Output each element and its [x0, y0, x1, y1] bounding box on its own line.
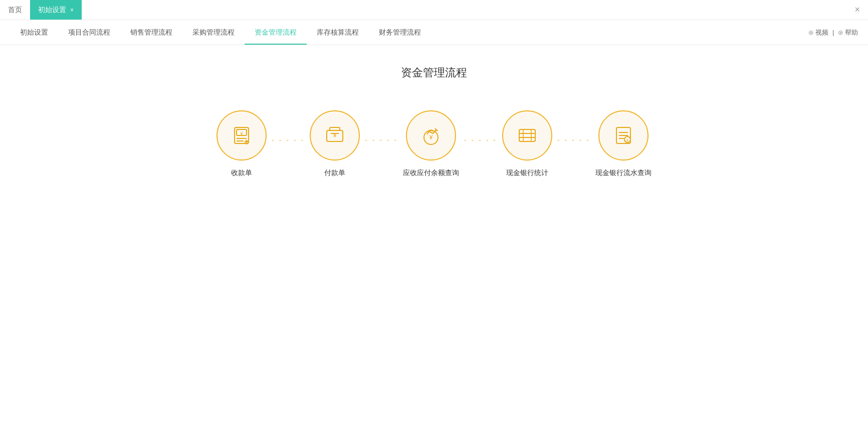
connector-4: - - - - - [552, 136, 595, 144]
liushui-icon-circle: ¥ [598, 110, 648, 161]
nav-kucun[interactable]: 库存核算流程 [307, 20, 369, 45]
nav-caigou[interactable]: 采购管理流程 [182, 20, 245, 45]
shoukuan-icon-circle: ¥ [216, 110, 267, 161]
flow-item-shoukuan[interactable]: ¥ 收款单 [216, 110, 267, 178]
liushui-icon: ¥ [611, 123, 635, 147]
nav-xiangmu-label: 项目合同流程 [68, 28, 110, 37]
nav-xiaoshou-label: 销售管理流程 [130, 28, 172, 37]
yingshou-icon: ¥ [419, 123, 443, 147]
svg-text:¥: ¥ [240, 131, 244, 136]
help-button[interactable]: ⊙ 帮助 [838, 28, 858, 37]
nav-right-area: ⊙ 视频 | ⊙ 帮助 [808, 28, 858, 37]
flow-item-yingshou[interactable]: ¥ 应收应付余额查询 [403, 110, 459, 178]
fukuan-icon-circle: ¥ [310, 110, 360, 161]
nav-kucun-label: 库存核算流程 [317, 28, 359, 37]
tab-label: 初始设置 [38, 6, 66, 15]
nav-caiwu[interactable]: 财务管理流程 [369, 20, 431, 45]
video-help-button[interactable]: ⊙ 视频 [808, 28, 828, 37]
nav-chushi-label: 初始设置 [20, 28, 48, 37]
svg-rect-11 [519, 129, 535, 141]
top-bar: 首页 初始设置 × × [0, 0, 868, 20]
window-close-button[interactable]: × [846, 5, 868, 15]
nav-bar: 初始设置 项目合同流程 销售管理流程 采购管理流程 资金管理流程 库存核算流程 … [0, 20, 868, 45]
initial-setup-tab[interactable]: 初始设置 × [30, 0, 82, 20]
xianjin-icon [515, 123, 539, 147]
shoukuan-label: 收款单 [231, 169, 252, 178]
flow-item-fukuan[interactable]: ¥ 付款单 [310, 110, 360, 178]
fukuan-icon: ¥ [323, 123, 347, 147]
nav-chushi[interactable]: 初始设置 [10, 20, 58, 45]
liushui-label: 现金银行流水查询 [595, 169, 652, 178]
home-tab[interactable]: 首页 [0, 0, 30, 20]
tab-close-icon[interactable]: × [70, 7, 74, 14]
flow-item-xianjin[interactable]: 现金银行统计 [502, 110, 552, 178]
shoukuan-icon: ¥ [230, 123, 254, 147]
nav-caiwu-label: 财务管理流程 [379, 28, 421, 37]
xianjin-icon-circle [502, 110, 552, 161]
connector-1: - - - - - [267, 136, 310, 144]
nav-zijin-label: 资金管理流程 [255, 28, 297, 37]
svg-text:¥: ¥ [626, 138, 628, 142]
page-title: 资金管理流程 [401, 65, 467, 80]
yingshou-label: 应收应付余额查询 [403, 169, 459, 178]
fukuan-label: 付款单 [324, 169, 345, 178]
nav-xiangmu[interactable]: 项目合同流程 [58, 20, 120, 45]
yingshou-icon-circle: ¥ [406, 110, 456, 161]
flow-row: ¥ 收款单 - - - - - ¥ 付款单 [158, 110, 710, 178]
nav-separator: | [832, 29, 834, 36]
nav-xiaoshou[interactable]: 销售管理流程 [120, 20, 182, 45]
flow-item-liushui[interactable]: ¥ 现金银行流水查询 [595, 110, 652, 178]
svg-text:¥: ¥ [429, 134, 433, 141]
connector-2: - - - - - [360, 136, 403, 144]
connector-3: - - - - - [459, 136, 502, 144]
nav-caigou-label: 采购管理流程 [192, 28, 235, 37]
main-content: 资金管理流程 ¥ 收款单 - - - - - [0, 45, 868, 198]
xianjin-label: 现金银行统计 [506, 169, 548, 178]
nav-zijin[interactable]: 资金管理流程 [245, 20, 307, 45]
